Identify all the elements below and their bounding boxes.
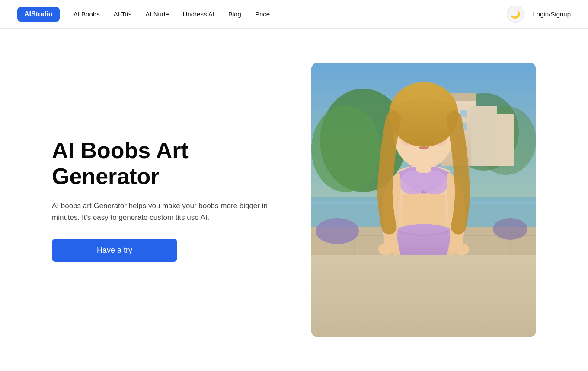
svg-point-23 bbox=[316, 218, 359, 244]
svg-point-2 bbox=[311, 106, 380, 192]
nav-link-ai-tits[interactable]: AI Tits bbox=[114, 10, 132, 18]
hero-image-placeholder bbox=[311, 63, 536, 337]
moon-icon: 🌙 bbox=[511, 10, 520, 19]
nav-right: 🌙 Login/Signup bbox=[507, 6, 571, 23]
nav-links: AI Boobs AI Tits AI Nude Undress AI Blog… bbox=[74, 10, 504, 18]
login-signup-button[interactable]: Login/Signup bbox=[533, 10, 571, 18]
svg-point-40 bbox=[378, 243, 394, 255]
hero-title: AI Boobs Art Generator bbox=[52, 138, 277, 190]
nav-link-ai-nude[interactable]: AI Nude bbox=[145, 10, 169, 18]
hero-image bbox=[311, 63, 536, 337]
navbar: AIStudio AI Boobs AI Tits AI Nude Undres… bbox=[0, 0, 588, 29]
hero-illustration bbox=[311, 63, 536, 337]
hero-content: AI Boobs Art Generator AI boobs art Gene… bbox=[52, 138, 277, 262]
hero-section: AI Boobs Art Generator AI boobs art Gene… bbox=[0, 29, 588, 371]
hero-image-wrapper bbox=[311, 63, 536, 337]
svg-point-41 bbox=[454, 243, 469, 255]
svg-rect-7 bbox=[493, 114, 514, 166]
nav-link-blog[interactable]: Blog bbox=[228, 10, 241, 18]
nav-link-ai-boobs[interactable]: AI Boobs bbox=[74, 10, 100, 18]
cta-button[interactable]: Have a try bbox=[52, 239, 177, 262]
svg-point-26 bbox=[421, 171, 448, 195]
hero-description: AI boobs art Generator helps you make yo… bbox=[52, 200, 277, 223]
nav-link-price[interactable]: Price bbox=[255, 10, 270, 18]
nav-link-undress-ai[interactable]: Undress AI bbox=[183, 10, 214, 18]
dark-mode-toggle[interactable]: 🌙 bbox=[507, 6, 524, 23]
svg-point-24 bbox=[493, 218, 527, 240]
svg-rect-10 bbox=[460, 110, 467, 117]
brand-logo[interactable]: AIStudio bbox=[17, 7, 60, 22]
